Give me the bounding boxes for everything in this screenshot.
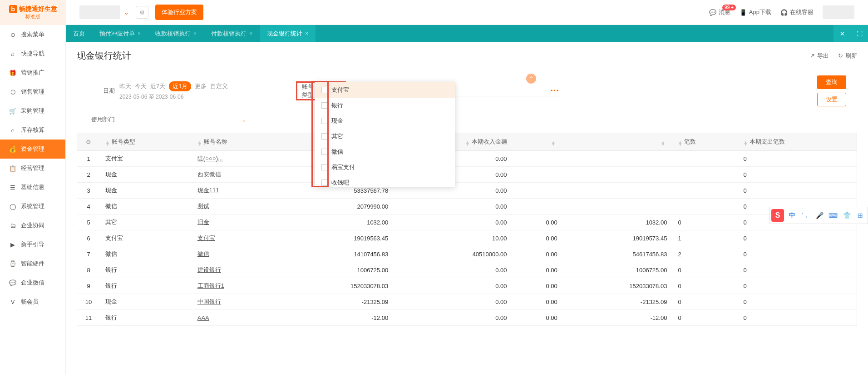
sidebar-item-0[interactable]: ⊙搜索菜单 bbox=[0, 25, 65, 44]
sidebar-item-1[interactable]: ⌂快捷导航 bbox=[0, 44, 65, 63]
sidebar-item-7[interactable]: 📋经营管理 bbox=[0, 159, 65, 178]
sidebar-item-13[interactable]: 💬企业微信 bbox=[0, 273, 65, 292]
date-pill-3[interactable]: 近1月 bbox=[169, 81, 191, 91]
account-name-link[interactable]: 现金111 bbox=[197, 187, 219, 194]
sidebar-item-3[interactable]: ⬡销售管理 bbox=[0, 82, 65, 101]
tab-0[interactable]: 首页 bbox=[66, 25, 92, 42]
type-option-6[interactable]: 收钱吧 bbox=[315, 175, 455, 187]
experience-button[interactable]: 体验行业方案 bbox=[155, 5, 203, 20]
sort-icon[interactable]: ▲▼ bbox=[465, 141, 470, 145]
checkbox[interactable] bbox=[321, 133, 328, 140]
table-header-7[interactable]: ▲▼笔数 bbox=[672, 133, 738, 151]
sidebar-item-11[interactable]: ▶新手引导 bbox=[0, 235, 65, 254]
sidebar-item-4[interactable]: 🛒采购管理 bbox=[0, 101, 65, 120]
account-name-link[interactable]: 建设银行 bbox=[197, 266, 221, 273]
sidebar-item-2[interactable]: 🎁营销推广 bbox=[0, 63, 65, 82]
tab-1[interactable]: 预付冲应付单× bbox=[92, 25, 148, 42]
table-header-2[interactable]: ▲▼账号名称 bbox=[192, 133, 284, 151]
account-name-link[interactable]: 支付宝 bbox=[197, 234, 215, 241]
table-row[interactable]: 4 微信 测试 2079990.00 0.00 0 bbox=[77, 199, 857, 214]
account-more-icon[interactable]: ••• bbox=[551, 87, 560, 94]
date-pill-1[interactable]: 今天 bbox=[135, 82, 147, 90]
date-pill-0[interactable]: 昨天 bbox=[119, 82, 131, 90]
filter-settings-button[interactable]: 设置 bbox=[817, 93, 846, 106]
account-type-dropdown[interactable]: 支付宝银行现金其它微信易宝支付收钱吧长沙银行 bbox=[315, 82, 455, 187]
company-dropdown[interactable]: ⌄ bbox=[79, 5, 129, 19]
table-row[interactable]: 9 银行 工商银行1 152033078.03 0.00 0.00 152033… bbox=[77, 278, 857, 294]
export-button[interactable]: ↗导出 bbox=[810, 52, 829, 60]
ime-keyboard-icon[interactable]: ⌨ bbox=[828, 210, 838, 221]
tab-2[interactable]: 收款核销执行× bbox=[148, 25, 204, 42]
checkbox[interactable] bbox=[321, 87, 328, 93]
table-row[interactable]: 8 银行 建设银行 1006725.00 0.00 0.00 1006725.0… bbox=[77, 262, 857, 278]
query-button[interactable]: 查询 bbox=[817, 75, 846, 89]
sidebar-item-14[interactable]: V畅会员 bbox=[0, 292, 65, 311]
sort-icon[interactable]: ▲▼ bbox=[678, 141, 682, 145]
refresh-button[interactable]: ↻刷新 bbox=[838, 52, 857, 60]
table-header-6[interactable]: ▲▼ bbox=[563, 133, 673, 151]
table-header-0[interactable]: ⚙ bbox=[77, 133, 100, 151]
sidebar-item-5[interactable]: ⌂库存核算 bbox=[0, 120, 65, 140]
account-name-link[interactable]: 测试 bbox=[197, 203, 209, 209]
account-name-link[interactable]: 陡(○○○)... bbox=[197, 155, 223, 162]
account-name-link[interactable]: 旧金 bbox=[197, 219, 209, 225]
type-option-5[interactable]: 易宝支付 bbox=[315, 160, 455, 175]
table-row[interactable]: 10 现金 中国银行 -21325.09 0.00 0.00 -21325.09… bbox=[77, 294, 857, 310]
sidebar-item-6[interactable]: 💰资金管理 bbox=[0, 140, 65, 159]
account-name-link[interactable]: 西安微信 bbox=[197, 171, 221, 178]
ime-toolbar[interactable]: S 中 '， 🎤 ⌨ 👕 ⊞ bbox=[769, 207, 868, 224]
sort-icon[interactable]: ▲▼ bbox=[105, 141, 110, 145]
tabs-expand-button[interactable]: ⛶ bbox=[851, 25, 868, 42]
date-pill-4[interactable]: 更多 bbox=[195, 82, 207, 90]
table-row[interactable]: 11 银行 AAA -12.00 0.00 0.00 -12.00 0 0 bbox=[77, 310, 857, 326]
tab-close-icon[interactable]: × bbox=[305, 30, 308, 37]
tab-4[interactable]: 现金银行统计× bbox=[260, 25, 316, 42]
sidebar-item-10[interactable]: 🗂企业协同 bbox=[0, 216, 65, 235]
type-option-3[interactable]: 其它 bbox=[315, 129, 455, 144]
table-row[interactable]: 3 现金 现金111 53337567.78 0.00 0 bbox=[77, 183, 857, 199]
table-row[interactable]: 7 微信 微信 14107456.83 40510000.00 0.00 546… bbox=[77, 246, 857, 262]
checkbox[interactable] bbox=[321, 164, 328, 170]
type-option-0[interactable]: 支付宝 bbox=[315, 82, 455, 98]
account-name-link[interactable]: AAA bbox=[197, 314, 209, 321]
filter-collapse-button[interactable]: ⌃ bbox=[526, 74, 536, 84]
table-header-8[interactable]: ▲▼本期支出笔数 bbox=[738, 133, 857, 151]
sort-icon[interactable]: ▲▼ bbox=[744, 141, 748, 145]
sidebar-item-9[interactable]: ◯系统管理 bbox=[0, 197, 65, 216]
date-pill-5[interactable]: 自定义 bbox=[210, 82, 228, 90]
checkbox[interactable] bbox=[321, 180, 328, 186]
app-download-button[interactable]: 📱 App下载 bbox=[740, 8, 771, 16]
checkbox[interactable] bbox=[321, 149, 328, 155]
table-row[interactable]: 6 支付宝 支付宝 19019563.45 10.00 0.00 1901957… bbox=[77, 230, 857, 246]
ime-toolbox-icon[interactable]: ⊞ bbox=[855, 210, 866, 221]
ime-lang-label[interactable]: 中 bbox=[787, 210, 798, 221]
ime-skin-icon[interactable]: 👕 bbox=[841, 210, 852, 221]
department-dropdown[interactable]: ⌄ bbox=[119, 116, 247, 123]
account-name-link[interactable]: 微信 bbox=[197, 250, 209, 257]
sort-icon[interactable]: ▲▼ bbox=[197, 141, 202, 145]
table-row[interactable]: 1 支付宝 陡(○○○)... -10000.00 0.00 0 bbox=[77, 151, 857, 167]
sort-icon[interactable]: ▲▼ bbox=[551, 141, 556, 145]
sort-icon[interactable]: ▲▼ bbox=[661, 141, 666, 145]
messages-button[interactable]: 💬 消息 99 + bbox=[709, 8, 730, 16]
sidebar-item-12[interactable]: ⌚智能硬件 bbox=[0, 254, 65, 273]
table-header-1[interactable]: ▲▼账号类型 bbox=[100, 133, 192, 151]
tab-close-icon[interactable]: × bbox=[138, 30, 141, 37]
tab-close-icon[interactable]: × bbox=[249, 30, 252, 37]
tab-3[interactable]: 付款核销执行× bbox=[204, 25, 260, 42]
table-row[interactable]: 2 现金 西安微信 -40990.00 0.00 0 bbox=[77, 167, 857, 183]
ime-mic-icon[interactable]: 🎤 bbox=[814, 210, 825, 221]
type-option-4[interactable]: 微信 bbox=[315, 144, 455, 160]
ime-punct-icon[interactable]: '， bbox=[800, 210, 811, 221]
checkbox[interactable] bbox=[321, 118, 328, 124]
account-name-link[interactable]: 中国银行 bbox=[197, 298, 221, 305]
checkbox[interactable] bbox=[321, 102, 328, 109]
table-row[interactable]: 5 其它 旧金 1032.00 0.00 0.00 1032.00 0 0 bbox=[77, 214, 857, 230]
sidebar-item-8[interactable]: ☰基础信息 bbox=[0, 178, 65, 197]
date-pill-2[interactable]: 近7天 bbox=[150, 82, 165, 90]
account-name-link[interactable]: 工商银行1 bbox=[197, 282, 224, 289]
user-avatar[interactable] bbox=[823, 5, 854, 19]
type-option-2[interactable]: 现金 bbox=[315, 113, 455, 129]
online-service-button[interactable]: 🎧 在线客服 bbox=[780, 8, 814, 16]
settings-gear-button[interactable]: ⚙ bbox=[136, 6, 148, 19]
